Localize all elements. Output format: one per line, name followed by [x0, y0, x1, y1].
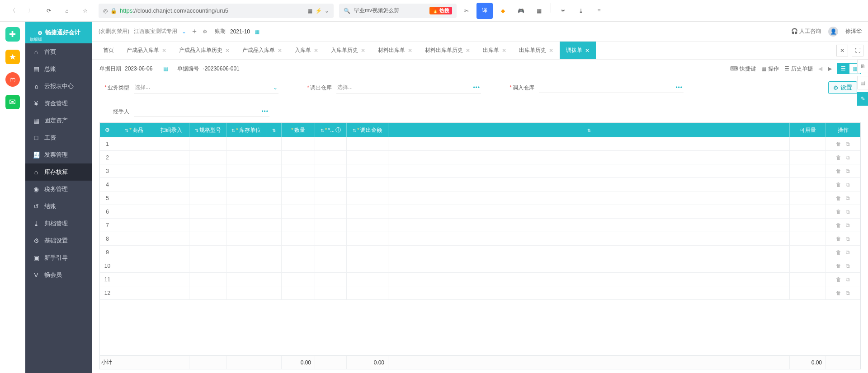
menu-icon[interactable]: ≡ [591, 3, 607, 19]
star-icon[interactable]: ☆ [77, 3, 93, 19]
search-icon: 🔍 [344, 8, 350, 14]
browser-search[interactable]: 🔍 毕业mv视频怎么剪 🔥热搜 [339, 4, 457, 18]
download-icon[interactable]: ⤓ [573, 3, 589, 19]
theme-icon[interactable]: ☀ [555, 3, 571, 19]
home-icon[interactable]: ⌂ [59, 3, 75, 19]
wallet-icon[interactable]: ◆ [495, 3, 511, 19]
translate-icon[interactable]: 译 [476, 3, 493, 19]
search-placeholder: 毕业mv视频怎么剪 [354, 7, 426, 14]
hot-badge: 🔥热搜 [429, 7, 452, 14]
shield-icon: ◎ [103, 8, 108, 14]
game-icon[interactable]: 🎮 [513, 3, 529, 19]
scissors-icon[interactable]: ✂ [458, 3, 475, 19]
back-icon[interactable]: 〈 [5, 3, 21, 19]
forward-icon[interactable]: 〉 [23, 3, 39, 19]
flash-icon[interactable]: ⚡ [315, 8, 322, 14]
address-bar[interactable]: ◎ 🔒 https://cloud.chanjet.com/accounting… [99, 4, 334, 18]
lock-icon: 🔒 [110, 8, 117, 14]
url-text: https://cloud.chanjet.com/accounting/uru… [120, 7, 228, 14]
grid-icon[interactable]: ▦ [531, 3, 547, 19]
browser-right-icons: ✂ 译 ◆ 🎮 ▦ ☀ ⤓ ≡ [458, 3, 607, 19]
chevron-down-icon[interactable]: ⌄ [325, 8, 329, 14]
qr-icon[interactable]: ▦ [307, 8, 312, 14]
reload-icon[interactable]: ⟳ [41, 3, 57, 19]
browser-toolbar: 〈 〉 ⟳ ⌂ ☆ ◎ 🔒 https://cloud.chanjet.com/… [0, 0, 868, 22]
